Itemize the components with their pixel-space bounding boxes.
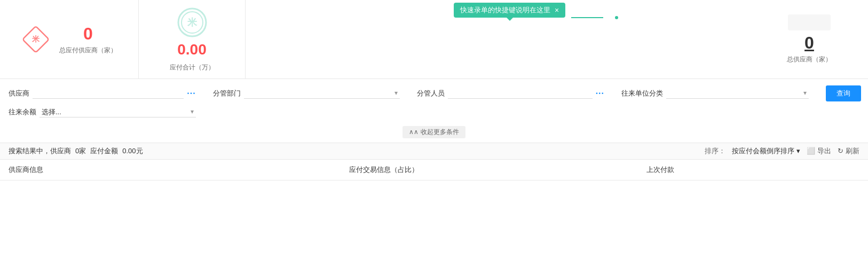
col-transaction-header: 应付交易信息（占比） <box>349 165 647 175</box>
collapse-up-icon: ∧∧ <box>409 128 419 136</box>
unit-class-label: 往来单位分类 <box>621 89 663 98</box>
logo-icon: 米 <box>21 25 51 54</box>
filter-unit-class: 往来单位分类 ▾ <box>621 88 809 99</box>
supplier-count: 0家 <box>75 146 86 156</box>
balance-select[interactable]: 选择... <box>40 107 196 117</box>
supplier-input[interactable] <box>33 88 184 99</box>
stat-total-payable-suppliers: 米 0 总应付供应商（家） <box>0 0 139 78</box>
sort-select[interactable]: 按应付会额倒序排序 ▾ <box>732 146 800 156</box>
sort-label: 排序： <box>705 146 725 156</box>
amount-value: 0.00元 <box>122 146 143 156</box>
col-supplier-header: 供应商信息 <box>9 165 349 175</box>
unit-class-select-wrap: ▾ <box>666 88 809 99</box>
person-label: 分管人员 <box>417 89 445 98</box>
table-header: 供应商信息 应付交易信息（占比） 上次付款 <box>0 160 868 180</box>
stat-payable-total: 米 0.00 应付合计（万） <box>139 0 246 78</box>
total-payable-suppliers-number: 0 <box>83 23 93 44</box>
unit-class-select[interactable] <box>666 88 809 98</box>
filter-row-1: 供应商 ··· 分管部门 ▾ 分管人员 ··· 往来单位分类 <box>9 85 859 101</box>
stats-bar: 米 0 总应付供应商（家） 米 0.00 应付合计（万） 快速录单的快捷键说明在… <box>0 0 868 79</box>
tooltip-close-btn[interactable]: × <box>555 6 559 14</box>
refresh-icon: ↻ <box>838 147 843 155</box>
dept-select-wrap: ▾ <box>244 88 400 99</box>
filter-person: 分管人员 ··· <box>417 88 604 99</box>
total-payable-suppliers-label: 总应付供应商（家） <box>59 46 117 55</box>
query-button[interactable]: 查询 <box>826 85 861 101</box>
export-label: 导出 <box>817 146 831 156</box>
results-left: 搜索结果中，供应商 0家 应付金额 0.00元 <box>9 146 143 156</box>
filter-supplier: 供应商 ··· <box>9 88 196 99</box>
supplier-ellipsis[interactable]: ··· <box>187 89 195 98</box>
dept-select[interactable] <box>244 88 400 98</box>
stat-total-suppliers: 0 总供应商（家） <box>751 0 868 78</box>
filter-row-2: 往来余额 选择... ▾ 选择... <box>9 107 859 117</box>
sort-chevron-icon: ▾ <box>796 147 800 155</box>
export-icon: ⬜ <box>807 147 815 155</box>
amount-label: 应付金额 <box>90 146 118 156</box>
total-suppliers-label: 总供应商（家） <box>787 55 832 64</box>
shortcut-tooltip-text: 快速录单的快捷键说明在这里 <box>460 5 550 15</box>
sort-option-text: 按应付会额倒序排序 <box>732 146 794 156</box>
collapse-row: ∧∧ 收起更多条件 <box>9 123 859 143</box>
refresh-label: 刷新 <box>846 146 859 156</box>
collapse-button[interactable]: ∧∧ 收起更多条件 <box>403 126 465 138</box>
dept-label: 分管部门 <box>213 89 241 98</box>
refresh-button[interactable]: ↻ 刷新 <box>838 146 859 156</box>
collapse-label: 收起更多条件 <box>421 128 459 137</box>
coin-icon: 米 <box>176 6 208 38</box>
supplier-icon-placeholder <box>788 14 831 30</box>
person-ellipsis[interactable]: ··· <box>596 89 604 98</box>
balance-label: 往来余额 <box>9 107 36 117</box>
filter-dept: 分管部门 ▾ <box>213 88 400 99</box>
tooltip-connector <box>571 15 619 20</box>
total-suppliers-number: 0 <box>804 33 814 53</box>
col-last-pay-header: 上次付款 <box>646 165 859 175</box>
person-input[interactable] <box>448 88 592 99</box>
results-right: 排序： 按应付会额倒序排序 ▾ ⬜ 导出 ↻ 刷新 <box>705 146 859 156</box>
filter-balance: 往来余额 选择... ▾ 选择... <box>9 107 196 117</box>
payable-total-label: 应付合计（万） <box>170 63 215 72</box>
payable-total-number: 0.00 <box>177 41 207 59</box>
svg-text:米: 米 <box>31 35 40 43</box>
results-bar: 搜索结果中，供应商 0家 应付金额 0.00元 排序： 按应付会额倒序排序 ▾ … <box>0 143 868 160</box>
search-result-label: 搜索结果中，供应商 <box>9 146 71 156</box>
svg-text:米: 米 <box>187 17 198 28</box>
filter-area: 供应商 ··· 分管部门 ▾ 分管人员 ··· 往来单位分类 <box>0 79 868 143</box>
table-body <box>0 180 868 275</box>
supplier-label: 供应商 <box>9 89 29 98</box>
export-button[interactable]: ⬜ 导出 <box>807 146 831 156</box>
balance-select-wrap: 选择... ▾ <box>40 107 196 117</box>
shortcut-tooltip: 快速录单的快捷键说明在这里 × <box>454 3 565 18</box>
